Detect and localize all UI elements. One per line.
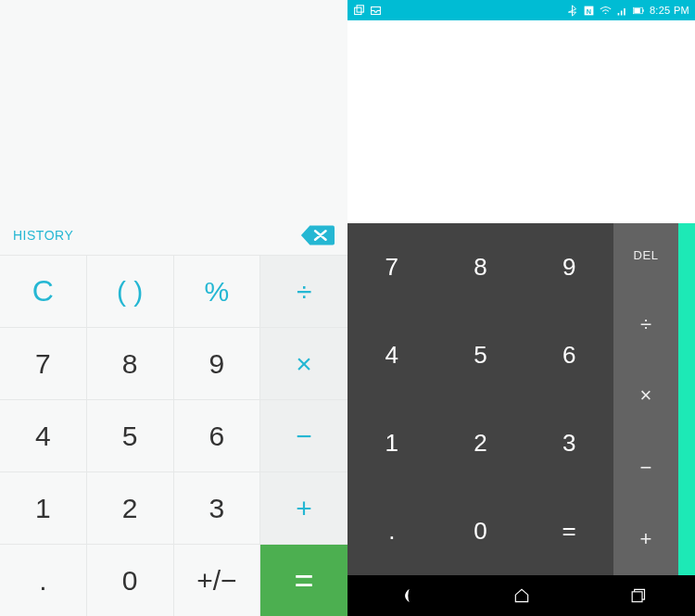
digit-4[interactable]: 4 [348,311,436,399]
svg-rect-7 [632,592,642,602]
divide-button[interactable]: ÷ [260,255,348,327]
digit-1[interactable]: 1 [0,471,87,544]
home-button[interactable] [494,575,550,616]
advanced-drawer-handle[interactable] [678,223,695,575]
divide-button[interactable]: ÷ [613,288,678,360]
keypad: C ( ) % ÷ 7 8 9 × 4 5 6 − 1 2 3 + . 0 +/… [0,255,348,616]
status-bar: N 8:25 PM [348,0,695,20]
digit-2[interactable]: 2 [87,471,174,544]
percent-button[interactable]: % [174,255,261,327]
equals-button[interactable]: = [524,487,613,575]
paren-button[interactable]: ( ) [87,255,174,327]
minus-button[interactable]: − [613,432,678,504]
svg-rect-0 [355,7,361,14]
svg-text:N: N [587,6,591,15]
home-icon [512,586,531,605]
digit-0[interactable]: 0 [436,487,525,575]
signal-icon [616,5,628,17]
multiply-button[interactable]: × [260,327,348,399]
multiply-button[interactable]: × [613,359,678,432]
wifi-icon [600,5,612,17]
digit-9[interactable]: 9 [174,327,261,399]
svg-rect-6 [642,9,643,12]
svg-rect-5 [634,7,640,12]
decimal-button[interactable]: . [348,487,436,575]
digit-1[interactable]: 1 [348,399,436,487]
digit-7[interactable]: 7 [348,223,436,311]
recent-icon [628,586,647,605]
back-icon [396,585,416,606]
digit-6[interactable]: 6 [174,399,261,471]
digit-0[interactable]: 0 [87,544,174,616]
digit-4[interactable]: 4 [0,399,87,471]
digit-6[interactable]: 6 [524,311,613,399]
status-right: N 8:25 PM [566,5,689,17]
recent-button[interactable] [610,575,665,616]
ops-column: DEL ÷ × − + [613,223,678,575]
inbox-icon [370,5,382,17]
digit-2[interactable]: 2 [436,399,525,487]
back-button[interactable] [378,575,434,616]
equals-button[interactable]: = [260,544,348,616]
digit-8[interactable]: 8 [87,327,174,399]
display-area [0,0,348,221]
calculator-left: HISTORY C ( ) % ÷ 7 8 9 × 4 5 6 − 1 2 3 … [0,0,348,616]
digit-5[interactable]: 5 [87,399,174,471]
keypad-body: 7 8 9 4 5 6 1 2 3 . 0 = DEL ÷ × − + [348,223,695,575]
svg-rect-1 [357,5,363,11]
backspace-button[interactable] [299,223,335,247]
decimal-button[interactable]: . [0,544,87,616]
plus-button[interactable]: + [613,503,678,575]
history-button[interactable]: HISTORY [13,228,73,243]
digit-3[interactable]: 3 [174,471,261,544]
plusminus-button[interactable]: +/− [174,544,261,616]
digit-8[interactable]: 8 [436,223,525,311]
digit-5[interactable]: 5 [436,311,525,399]
clear-button[interactable]: C [0,255,87,327]
digit-7[interactable]: 7 [0,327,87,399]
plus-button[interactable]: + [260,471,348,544]
backspace-icon [299,223,335,247]
digit-9[interactable]: 9 [524,223,613,311]
secondary-bar: HISTORY [0,221,348,255]
minus-button[interactable]: − [260,399,348,471]
cards-icon [353,5,365,17]
delete-button[interactable]: DEL [613,223,678,288]
status-left [353,5,382,17]
bluetooth-icon [566,5,578,17]
calculator-right: N 8:25 PM 7 8 9 4 5 6 1 2 3 . 0 = DEL ÷ … [348,0,695,616]
clock-text: 8:25 PM [650,5,689,16]
display-area [348,20,695,223]
digit-3[interactable]: 3 [524,399,613,487]
battery-icon [633,5,645,17]
numpad: 7 8 9 4 5 6 1 2 3 . 0 = [348,223,613,575]
nfc-icon: N [583,5,595,17]
navigation-bar [348,575,695,616]
